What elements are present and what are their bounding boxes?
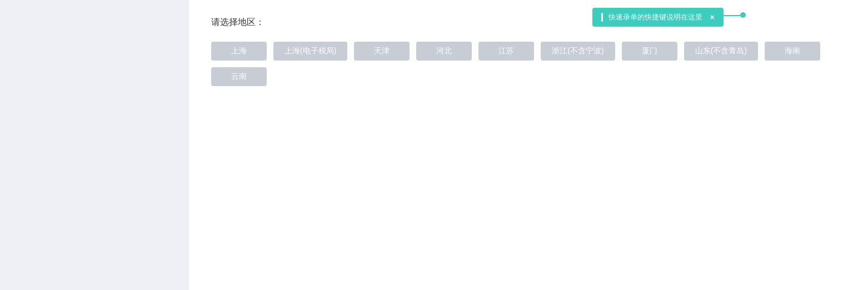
region-button-hainan[interactable]: 海南 — [765, 42, 820, 61]
tooltip-left-bar — [601, 13, 603, 22]
tooltip-dot — [740, 12, 746, 18]
sidebar — [0, 0, 189, 290]
tooltip-close-button[interactable]: × — [710, 13, 715, 22]
region-button-shandong[interactable]: 山东(不含青岛) — [684, 42, 758, 61]
region-button-xiamen[interactable]: 厦门 — [622, 42, 677, 61]
region-button-zhejiang[interactable]: 浙江(不含宁波) — [541, 42, 615, 61]
region-button-hebei[interactable]: 河北 — [416, 42, 472, 61]
page-title: 请选择地区： — [211, 17, 846, 28]
region-button-jiangsu[interactable]: 江苏 — [478, 42, 534, 61]
main-content: 请选择地区： 上海上海(电子税局)天津河北江苏浙江(不含宁波)厦门山东(不含青岛… — [189, 0, 868, 290]
region-button-shanghai[interactable]: 上海 — [211, 42, 267, 61]
region-button-tianjin[interactable]: 天津 — [354, 42, 410, 61]
region-button-shanghai-etax[interactable]: 上海(电子税局) — [273, 42, 347, 61]
region-button-yunnan[interactable]: 云南 — [211, 67, 267, 86]
tooltip-banner: 快速录单的快捷键说明在这里 × — [592, 8, 724, 27]
tooltip-text: 快速录单的快捷键说明在这里 — [608, 12, 702, 22]
region-buttons: 上海上海(电子税局)天津河北江苏浙江(不含宁波)厦门山东(不含青岛)海南云南 — [211, 42, 846, 86]
